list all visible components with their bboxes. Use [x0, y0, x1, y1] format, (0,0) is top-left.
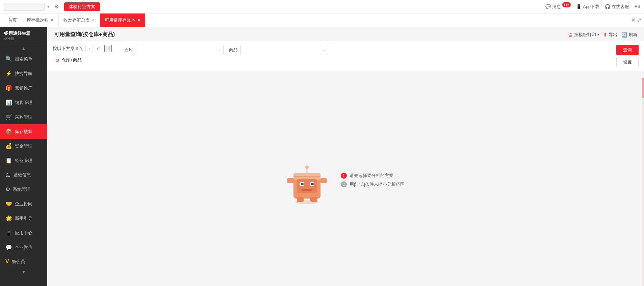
message-badge: 99+ [562, 2, 571, 7]
app-logo: 畅康通好生意 标准版 [0, 27, 47, 45]
message-action[interactable]: 💬 消息 99+ [545, 4, 571, 10]
message-icon: 💬 [545, 4, 551, 9]
industry-button[interactable]: 体验行业方案 [64, 2, 100, 11]
star-icon: 🌟 [5, 215, 12, 222]
svg-point-10 [305, 165, 309, 169]
header-left: ▾ ⚙ 体验行业方案 [4, 2, 545, 11]
sidebar-item-finance[interactable]: 💰 资金管理 [0, 139, 47, 153]
print-button[interactable]: 🖨 按模板打印 ▾ [568, 32, 599, 38]
folder-icon: 🗂 [5, 172, 11, 178]
svg-rect-14 [310, 197, 317, 202]
tab-summary[interactable]: 收发存汇总表 ✕ [59, 14, 100, 27]
tab-available[interactable]: 可用量库存账本 ✕ [100, 14, 146, 27]
sidebar-item-appcenter[interactable]: 📱 应用中心 [0, 226, 47, 240]
close-tab-button[interactable]: ✕ [631, 17, 636, 23]
robot-svg [287, 160, 327, 204]
user-name[interactable]: Rit [635, 4, 640, 9]
headset-icon: 🎧 [605, 4, 610, 9]
export-button[interactable]: ⬆ 导出 [603, 32, 617, 38]
sidebar-item-inventory[interactable]: 📦 库存核算 [0, 124, 47, 139]
close-available-tab[interactable]: ✕ [137, 18, 140, 22]
warehouse-more-icon[interactable]: ··· [218, 48, 222, 52]
app-download-action[interactable]: 📱 App下载 [576, 4, 599, 10]
svg-rect-11 [287, 178, 294, 183]
export-icon: ⬆ [603, 32, 607, 37]
sidebar-item-basic[interactable]: 🗂 基础信息 [0, 168, 47, 182]
product-label: 商品 [229, 47, 238, 53]
content-area: 可用量查询(按仓库+商品) 🖨 按模板打印 ▾ ⬆ 导出 🔄 刷新 [47, 27, 644, 286]
scroll-down[interactable]: ▼ [0, 269, 47, 276]
phone-icon: 📱 [576, 4, 582, 9]
clipboard-icon: 📋 [5, 157, 12, 164]
breadcrumb-input[interactable] [4, 3, 45, 11]
gear-button[interactable]: ⚙ [52, 2, 61, 11]
product-filter: 商品 ··· [229, 45, 328, 55]
lightning-icon: ⚡ [5, 70, 12, 77]
chat-icon: 💬 [5, 244, 12, 251]
warehouse-input[interactable] [136, 45, 224, 55]
sidebar-item-member[interactable]: V 畅会员 [0, 255, 47, 269]
scheme-item-label: 仓库+商品 [61, 57, 82, 63]
tab-home[interactable]: 首页 [3, 14, 22, 27]
empty-tips: 1 请先选择要分析的方案 2 用[过滤]条件来缩小分析范围 [341, 173, 405, 187]
page-title: 可用量查询(按仓库+商品) [54, 31, 115, 38]
phone-icon: 📱 [5, 230, 12, 236]
expand-tab-button[interactable]: ⤢ [637, 17, 641, 23]
tab-batch[interactable]: 库存批次账 ✕ [22, 14, 59, 27]
app-download-label: App下载 [583, 4, 599, 10]
svg-rect-8 [302, 189, 312, 191]
sidebar-item-enterprise[interactable]: 🤝 企业协同 [0, 197, 47, 211]
svg-rect-13 [297, 197, 304, 202]
chart-icon: 📊 [5, 99, 12, 106]
sidebar-item-operations[interactable]: 📋 经营管理 [0, 153, 47, 168]
refresh-icon: 🔄 [621, 32, 627, 37]
sidebar-item-newguide[interactable]: 🌟 新手引导 [0, 211, 47, 226]
settings-icon: ⚙ [5, 186, 10, 192]
right-scrollbar-thumb[interactable] [642, 78, 644, 98]
tip-num-1: 1 [341, 173, 347, 179]
settings-scheme-button[interactable]: ⊙ [95, 45, 102, 52]
money-icon: 💰 [5, 143, 12, 149]
v-icon: V [5, 259, 9, 265]
right-scrollbar-track [642, 78, 644, 286]
collapse-scheme-button[interactable]: 《 [104, 45, 112, 52]
scheme-item-warehouse-product[interactable]: ⊙ 仓库+商品 [53, 55, 116, 65]
query-section: 按以下方案查询 + ⊙ 《 ⊙ 仓库+商品 仓库 ·· [47, 41, 644, 71]
product-input[interactable] [240, 45, 328, 55]
app-name: 畅康通好生意 [4, 30, 43, 36]
empty-tip-2: 2 用[过滤]条件来缩小分析范围 [341, 181, 405, 187]
close-summary-tab[interactable]: ✕ [92, 18, 95, 22]
sidebar-item-marketing[interactable]: 🎁 营销推广 [0, 81, 47, 95]
top-header: ▾ ⚙ 体验行业方案 💬 消息 99+ 📱 App下载 🎧 在线客服 Rit [0, 0, 644, 14]
product-input-wrapper: ··· [240, 45, 328, 55]
empty-tip-1: 1 请先选择要分析的方案 [341, 173, 405, 179]
dropdown-icon[interactable]: ▾ [47, 4, 49, 9]
svg-point-7 [311, 183, 314, 185]
page-actions: 🖨 按模板打印 ▾ ⬆ 导出 🔄 刷新 [568, 32, 637, 38]
scheme-header: 按以下方案查询 + ⊙ 《 [53, 45, 116, 52]
gift-icon: 🎁 [5, 85, 12, 91]
refresh-button[interactable]: 🔄 刷新 [621, 32, 637, 38]
box-icon: 📦 [5, 128, 12, 135]
sidebar-item-system[interactable]: ⚙ 系统管理 [0, 182, 47, 197]
product-more-icon[interactable]: ··· [323, 48, 326, 52]
app-version: 标准版 [4, 36, 43, 41]
close-batch-tab[interactable]: ✕ [51, 18, 54, 22]
scroll-up[interactable]: ▲ [0, 45, 47, 52]
sidebar-item-shortcut[interactable]: ⚡ 快捷导航 [0, 66, 47, 81]
query-buttons: 查询 设置 [616, 45, 639, 67]
online-service-action[interactable]: 🎧 在线客服 [605, 4, 629, 10]
sidebar-item-wechat[interactable]: 💬 企业微信 [0, 240, 47, 255]
query-button[interactable]: 查询 [616, 45, 639, 55]
page-title-bar: 可用量查询(按仓库+商品) 🖨 按模板打印 ▾ ⬆ 导出 🔄 刷新 [47, 27, 644, 41]
settings-button[interactable]: 设置 [616, 57, 639, 67]
sidebar-item-sales[interactable]: 📊 销售管理 [0, 95, 47, 110]
add-scheme-button[interactable]: + [85, 45, 93, 52]
header-right: 💬 消息 99+ 📱 App下载 🎧 在线客服 Rit [545, 4, 640, 10]
cart-icon: 🛒 [5, 114, 12, 120]
print-dropdown-icon[interactable]: ▾ [597, 33, 599, 36]
sidebar-item-purchase[interactable]: 🛒 采购管理 [0, 110, 47, 124]
empty-illustration [287, 160, 327, 200]
filter-area: 仓库 ··· 商品 ··· [124, 45, 612, 55]
sidebar-item-search[interactable]: 🔍 搜索菜单 [0, 52, 47, 66]
